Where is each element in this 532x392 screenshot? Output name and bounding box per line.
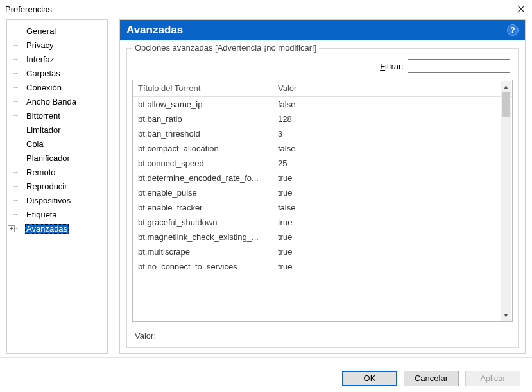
tree-branch-icon: ···· bbox=[13, 28, 25, 34]
table-row[interactable]: bt.multiscrapetrue bbox=[133, 244, 501, 259]
table-row[interactable]: bt.magnetlink_check_existing_...true bbox=[133, 230, 501, 244]
window-title: Preferencias bbox=[5, 4, 52, 14]
table-row[interactable]: bt.enable_pulsetrue bbox=[133, 185, 501, 200]
sidebar-item-planificador[interactable]: ····Planificador bbox=[11, 151, 107, 165]
setting-value: false bbox=[274, 203, 501, 212]
table-row[interactable]: bt.compact_allocationfalse bbox=[133, 141, 501, 156]
setting-name: bt.multiscrape bbox=[133, 247, 274, 257]
setting-value: true bbox=[274, 173, 501, 183]
table-row[interactable]: bt.connect_speed25 bbox=[133, 156, 501, 171]
settings-table: Título del Torrent Valor bt.allow_same_i… bbox=[132, 80, 513, 322]
scroll-thumb[interactable] bbox=[502, 92, 510, 117]
setting-value: false bbox=[274, 144, 501, 153]
setting-name: bt.enable_tracker bbox=[133, 203, 274, 212]
setting-value: 25 bbox=[274, 158, 501, 168]
setting-value: false bbox=[274, 99, 501, 109]
sidebar-item-label: Carpetas bbox=[25, 69, 62, 78]
sidebar-item-carpetas[interactable]: ····Carpetas bbox=[11, 66, 107, 80]
setting-name: bt.magnetlink_check_existing_... bbox=[133, 232, 274, 242]
sidebar-item-label: General bbox=[25, 26, 57, 36]
footer: OK Cancelar Aplicar bbox=[0, 357, 532, 389]
tree-branch-icon: ···· bbox=[13, 225, 25, 232]
sidebar-item-interfaz[interactable]: ····Interfaz bbox=[11, 52, 107, 66]
sidebar-item-dispositivos[interactable]: ····Dispositivos bbox=[11, 193, 107, 207]
main-row: ····General····Privacy····Interfaz····Ca… bbox=[0, 17, 532, 354]
sidebar-item-remoto[interactable]: ····Remoto bbox=[11, 165, 107, 179]
sidebar-item-label: Ancho Banda bbox=[25, 97, 78, 107]
sidebar-item-limitador[interactable]: ····Limitador bbox=[11, 123, 107, 137]
table-row[interactable]: bt.allow_same_ipfalse bbox=[133, 97, 501, 112]
tree-branch-icon: ···· bbox=[13, 84, 25, 90]
setting-value: 3 bbox=[274, 129, 501, 139]
sidebar-item-reproducir[interactable]: ····Reproducir bbox=[11, 179, 107, 193]
tree-branch-icon: ···· bbox=[13, 211, 25, 217]
sidebar-item-label: Dispositivos bbox=[25, 196, 72, 205]
sidebar-item-general[interactable]: ····General bbox=[11, 24, 107, 38]
tree-branch-icon: ···· bbox=[13, 169, 25, 175]
setting-value: true bbox=[274, 217, 501, 227]
sidebar-item-etiqueta[interactable]: ····Etiqueta bbox=[11, 207, 107, 221]
apply-button[interactable]: Aplicar bbox=[465, 371, 520, 386]
sidebar-item-label: Privacy bbox=[25, 40, 55, 50]
column-header-value[interactable]: Valor bbox=[274, 83, 512, 93]
scrollbar[interactable]: ▲ ▼ bbox=[501, 81, 511, 321]
tree-branch-icon: ···· bbox=[13, 112, 25, 119]
sidebar-item-label: Bittorrent bbox=[25, 111, 62, 121]
setting-value: true bbox=[274, 262, 501, 271]
tree-branch-icon: ···· bbox=[13, 42, 25, 48]
setting-name: bt.ban_ratio bbox=[133, 114, 274, 124]
sidebar-item-label: Planificador bbox=[25, 153, 71, 163]
scroll-down-icon[interactable]: ▼ bbox=[501, 310, 511, 321]
sidebar-item-label: Conexión bbox=[25, 83, 63, 92]
setting-name: bt.no_connect_to_services bbox=[133, 262, 274, 271]
sidebar-item-label: Limitador bbox=[25, 125, 62, 135]
setting-value: true bbox=[274, 188, 501, 198]
advanced-groupbox: Opciones avanzadas [Advertencia ¡no modi… bbox=[126, 48, 519, 348]
setting-name: bt.determine_encoded_rate_fo... bbox=[133, 173, 274, 183]
close-icon[interactable] bbox=[515, 3, 527, 15]
scroll-up-icon[interactable]: ▲ bbox=[501, 81, 511, 92]
sidebar-item-bittorrent[interactable]: ····Bittorrent bbox=[11, 108, 107, 123]
table-body: bt.allow_same_ipfalsebt.ban_ratio128bt.b… bbox=[133, 97, 501, 321]
scroll-track[interactable] bbox=[501, 92, 511, 310]
table-row[interactable]: bt.enable_trackerfalse bbox=[133, 200, 501, 215]
sidebar-item-label: Etiqueta bbox=[25, 210, 58, 219]
tree-branch-icon: ···· bbox=[13, 197, 25, 203]
tree-expand-icon[interactable]: + bbox=[8, 225, 15, 232]
titlebar: Preferencias bbox=[0, 0, 532, 17]
sidebar-item-label: Interfaz bbox=[25, 55, 55, 64]
setting-name: bt.graceful_shutdown bbox=[133, 217, 274, 227]
table-header: Título del Torrent Valor bbox=[133, 80, 512, 97]
sidebar-item-avanzadas[interactable]: +····Avanzadas bbox=[11, 221, 107, 235]
sidebar-item-label: Cola bbox=[25, 139, 45, 149]
ok-button[interactable]: OK bbox=[342, 371, 397, 386]
sidebar-item-conexión[interactable]: ····Conexión bbox=[11, 80, 107, 94]
sidebar-item-label: Reproducir bbox=[25, 182, 69, 191]
setting-value: 128 bbox=[274, 114, 501, 124]
table-row[interactable]: bt.ban_ratio128 bbox=[133, 112, 501, 126]
sidebar-item-ancho-banda[interactable]: ····Ancho Banda bbox=[11, 94, 107, 108]
tree-branch-icon: ···· bbox=[13, 183, 25, 189]
tree-branch-icon: ···· bbox=[13, 155, 25, 161]
cancel-button[interactable]: Cancelar bbox=[404, 371, 459, 386]
table-row[interactable]: bt.determine_encoded_rate_fo...true bbox=[133, 171, 501, 185]
setting-name: bt.enable_pulse bbox=[133, 188, 274, 198]
panel-title: Avanzadas bbox=[126, 24, 183, 37]
panel-header: Avanzadas ? bbox=[120, 20, 525, 40]
sidebar-item-privacy[interactable]: ····Privacy bbox=[11, 38, 107, 52]
column-header-name[interactable]: Título del Torrent bbox=[133, 83, 274, 93]
sidebar-tree: ····General····Privacy····Interfaz····Ca… bbox=[6, 19, 108, 354]
setting-name: bt.ban_threshold bbox=[133, 129, 274, 139]
sidebar-item-label: Avanzadas bbox=[25, 224, 69, 234]
setting-value: true bbox=[274, 247, 501, 257]
filter-input[interactable] bbox=[408, 59, 510, 73]
table-row[interactable]: bt.graceful_shutdowntrue bbox=[133, 215, 501, 230]
tree-branch-icon: ···· bbox=[13, 70, 25, 76]
table-row[interactable]: bt.no_connect_to_servicestrue bbox=[133, 259, 501, 274]
table-row[interactable]: bt.ban_threshold3 bbox=[133, 126, 501, 141]
filter-row: Filtrar: bbox=[132, 55, 513, 80]
help-icon[interactable]: ? bbox=[507, 24, 519, 36]
content-panel: Avanzadas ? Opciones avanzadas [Adverten… bbox=[119, 19, 526, 354]
setting-value: true bbox=[274, 232, 501, 242]
sidebar-item-cola[interactable]: ····Cola bbox=[11, 137, 107, 151]
